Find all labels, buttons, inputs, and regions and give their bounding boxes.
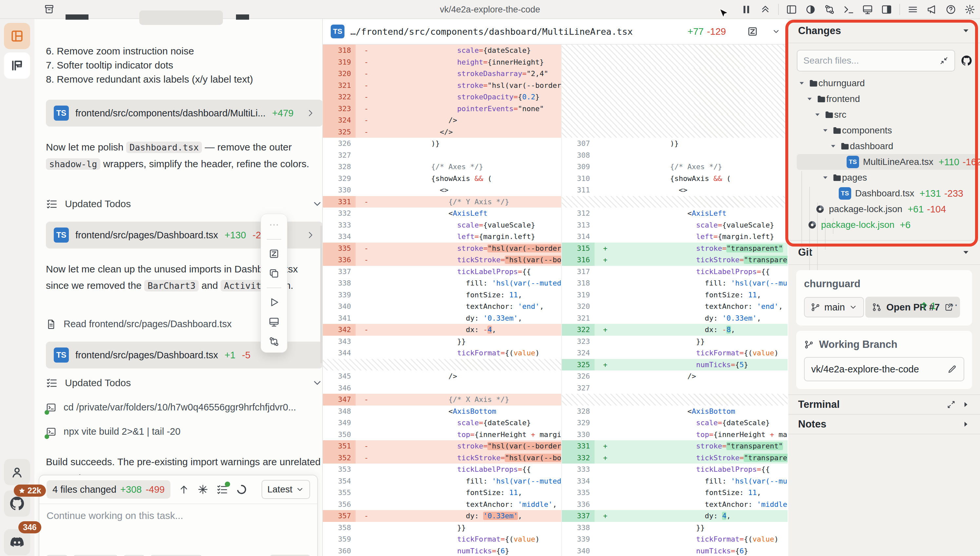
github-icon[interactable] — [961, 55, 972, 66]
pause-button[interactable] — [740, 3, 752, 16]
notes-section-header[interactable]: Notes — [788, 415, 980, 434]
tree-folder-row[interactable]: components — [788, 123, 980, 138]
contrast-button[interactable] — [804, 3, 817, 16]
fold-triangle-icon[interactable] — [822, 174, 829, 181]
clipped-previous-line — [46, 19, 323, 26]
expand-terminal-icon[interactable] — [946, 400, 956, 409]
tree-file-row[interactable]: package-lock.json+61-104 — [788, 201, 980, 217]
file-search-input[interactable] — [803, 55, 940, 66]
repo-more-menu[interactable]: ⋯ — [947, 298, 959, 312]
line-number: 313 — [562, 219, 594, 231]
help-button[interactable] — [944, 3, 957, 16]
titlebar-divider — [778, 4, 779, 15]
diff-cell-before: 341 dy: '0.33em', — [323, 312, 561, 324]
panel-right-button[interactable] — [880, 3, 893, 16]
diff-marker — [356, 277, 375, 289]
changes-section-header[interactable]: Changes — [788, 19, 980, 43]
tree-item-label: pages — [842, 173, 867, 183]
updated-todos-row[interactable]: Updated Todos — [46, 377, 323, 389]
panel-left-button[interactable] — [785, 3, 798, 16]
diff-row: 332 <AxisLeft312 <AxisLeft — [323, 207, 788, 219]
diff-body[interactable]: 318- scale={dateScale}319- height={inner… — [323, 45, 788, 556]
file-search-box[interactable] — [797, 50, 955, 71]
diff-marker: + — [594, 440, 614, 452]
megaphone-button[interactable] — [925, 3, 938, 16]
git-compare-button[interactable] — [268, 336, 279, 347]
diff-marker: - — [356, 45, 375, 57]
diff-marker — [594, 138, 614, 149]
command-success-dot — [45, 435, 49, 439]
diff-gap-filler — [561, 80, 788, 92]
branch-selector[interactable]: main — [804, 297, 864, 317]
gear-button[interactable] — [964, 3, 976, 16]
file-change-card[interactable]: TSfrontend/src/components/dashboard/Mult… — [46, 100, 323, 126]
scroll-top-icon[interactable] — [178, 484, 189, 495]
edit-branch-icon[interactable] — [947, 364, 957, 374]
copy-button[interactable] — [268, 268, 279, 279]
working-branch-field[interactable] — [804, 357, 964, 381]
diff-gap-filler — [561, 115, 788, 126]
send-button[interactable]: Send — [270, 555, 311, 556]
git-compare-icon — [823, 3, 836, 16]
app-window: vk/4e2a-explore-the-code 22k 346 6. Remo… — [0, 0, 980, 556]
tree-folder-row[interactable]: frontend — [788, 91, 980, 107]
diff-cell-before: 332 <AxisLeft — [323, 207, 561, 219]
terminal-command-row[interactable]: npx vite build 2>&1 | tail -20 — [46, 426, 323, 437]
open-in-editor-icon[interactable] — [747, 26, 758, 37]
open-pr-button[interactable]: Open PR #7 — [865, 297, 960, 318]
menu-button[interactable] — [907, 3, 919, 16]
fold-triangle-icon[interactable] — [814, 111, 821, 118]
line-number: 314 — [562, 231, 594, 242]
fold-triangle-icon[interactable] — [798, 80, 805, 87]
chevrons-up-button[interactable] — [759, 3, 772, 16]
message-input[interactable] — [47, 510, 313, 521]
line-number: 321 — [323, 80, 356, 92]
zed-button[interactable] — [268, 248, 279, 259]
version-dropdown[interactable]: Latest — [262, 480, 310, 499]
collapse-tree-icon[interactable] — [940, 56, 949, 65]
chevron-down-icon[interactable] — [312, 198, 323, 210]
tree-folder-row[interactable]: src — [788, 107, 980, 123]
working-branch-input[interactable] — [811, 364, 947, 375]
fold-triangle-icon[interactable] — [830, 142, 837, 150]
play-button[interactable] — [268, 297, 279, 308]
fold-triangle-icon[interactable] — [806, 95, 813, 103]
tree-folder-row[interactable]: pages — [788, 170, 980, 186]
monitor-button[interactable] — [861, 3, 874, 16]
working-branch-card: Working Branch — [796, 331, 972, 389]
chat-scrollbar[interactable] — [320, 226, 322, 363]
toolbar-divider — [267, 288, 281, 288]
git-compare-button[interactable] — [823, 3, 836, 16]
rail-item-board[interactable] — [4, 52, 30, 79]
discord-count-badge: 346 — [18, 521, 41, 533]
tree-folder-row[interactable]: dashboard — [788, 138, 980, 154]
tree-folder-row[interactable]: churnguard — [788, 75, 980, 91]
files-changed-chip[interactable]: 4 files changed +308 -499 — [47, 480, 170, 499]
fold-triangle-icon[interactable] — [822, 127, 829, 134]
terminal-section-header[interactable]: Terminal — [788, 395, 980, 414]
terminal-cmd-icon — [46, 427, 57, 437]
terminal-command-row[interactable]: cd /private/var/folders/10/h7w0q46556ggr… — [46, 402, 323, 413]
terminal-prompt-button[interactable] — [842, 3, 855, 16]
code-line: }} — [375, 522, 561, 534]
code-line: tickLabelProps={{ — [614, 464, 788, 475]
monitor-button[interactable] — [268, 316, 279, 328]
diff-cell-after: 331+ stroke="transparent" — [561, 440, 788, 452]
code-line: fontSize: 11, — [614, 487, 788, 499]
collapse-diff-icon[interactable] — [772, 27, 780, 36]
sparkle-icon[interactable] — [197, 484, 208, 495]
todos-status-icon[interactable] — [216, 483, 228, 495]
tree-file-row[interactable]: TSMultiLineArea.tsx+110-162 — [788, 154, 980, 170]
updated-todos-row[interactable]: Updated Todos — [46, 198, 323, 210]
line-number: 358 — [323, 522, 356, 534]
tree-file-row[interactable]: package-lock.json+6 — [788, 217, 980, 233]
dots-button[interactable] — [268, 219, 279, 231]
tree-file-row[interactable]: TSDashboard.tsx+131-233 — [788, 186, 980, 201]
line-number: 352 — [323, 452, 356, 464]
diff-cell-before: 328 {/* Axes */} — [323, 161, 561, 173]
rail-item-workspace-active[interactable] — [4, 23, 30, 49]
diff-cell-before: 345 /> — [323, 370, 561, 382]
rail-item-account[interactable] — [4, 459, 30, 485]
chevron-down-icon[interactable] — [312, 377, 323, 388]
panel-left-icon — [785, 3, 798, 16]
